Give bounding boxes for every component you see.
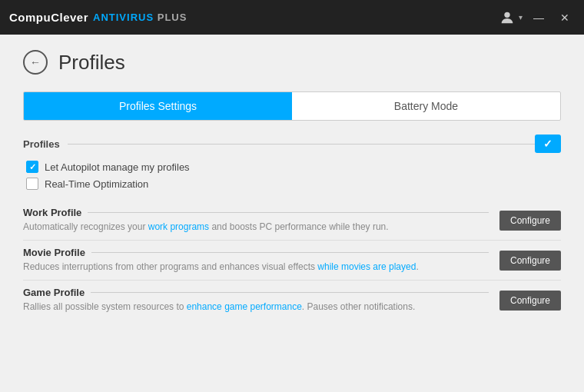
back-button[interactable]: ← [23, 50, 48, 75]
configure-button[interactable]: Configure [499, 291, 561, 311]
profile-name-row: Work Profile [23, 207, 489, 218]
minimize-button[interactable]: — [529, 8, 549, 28]
autopilot-row: Let Autopilot manage my profiles [23, 161, 561, 173]
profile-name-row: Game Profile [23, 287, 489, 298]
profile-info: Movie ProfileReduces interruptions from … [23, 247, 489, 274]
configure-button[interactable]: Configure [499, 251, 561, 271]
window-controls: ▾ — ✕ [499, 8, 575, 28]
profile-list: Work ProfileAutomatically recognizes you… [23, 201, 561, 320]
profile-divider [88, 212, 489, 213]
profile-divider [91, 252, 489, 253]
autopilot-label: Let Autopilot manage my profiles [45, 161, 190, 173]
profiles-section-header: Profiles [23, 135, 561, 153]
titlebar: CompuClever ANTIVIRUS PLUS ▾ — ✕ [0, 0, 584, 35]
logo-brand: CompuClever [9, 11, 88, 24]
profiles-title-row: Profiles [23, 138, 535, 150]
profile-row: Game ProfileRallies all possible system … [23, 281, 561, 320]
svg-point-0 [504, 12, 509, 17]
main-content: ← Profiles Profiles Settings Battery Mod… [0, 35, 584, 392]
profiles-section-label: Profiles [23, 138, 60, 150]
user-menu[interactable]: ▾ [499, 9, 523, 26]
autopilot-checkbox[interactable] [26, 161, 38, 173]
tab-bar: Profiles Settings Battery Mode [23, 91, 561, 121]
configure-button[interactable]: Configure [499, 211, 561, 231]
app-logo: CompuClever ANTIVIRUS PLUS [9, 11, 187, 24]
realtime-row: Real-Time Optimization [23, 178, 561, 190]
close-button[interactable]: ✕ [555, 8, 575, 28]
profile-divider [91, 292, 489, 293]
profile-name: Movie Profile [23, 247, 85, 258]
tab-profiles-settings[interactable]: Profiles Settings [24, 92, 292, 120]
profile-info: Work ProfileAutomatically recognizes you… [23, 207, 489, 234]
user-icon [499, 9, 516, 26]
user-dropdown-icon: ▾ [519, 13, 523, 22]
realtime-label: Real-Time Optimization [45, 178, 148, 190]
tab-battery-mode[interactable]: Battery Mode [292, 92, 560, 120]
profile-name: Work Profile [23, 207, 81, 218]
profile-description: Automatically recognizes your work progr… [23, 220, 469, 234]
realtime-checkbox[interactable] [26, 178, 38, 190]
profile-row: Movie ProfileReduces interruptions from … [23, 241, 561, 281]
profile-name-row: Movie Profile [23, 247, 489, 258]
profile-description: Rallies all possible system resources to… [23, 300, 469, 314]
profile-info: Game ProfileRallies all possible system … [23, 287, 489, 314]
logo-product: ANTIVIRUS PLUS [93, 12, 187, 23]
page-title: Profiles [58, 51, 125, 75]
profile-name: Game Profile [23, 287, 85, 298]
profile-row: Work ProfileAutomatically recognizes you… [23, 201, 561, 241]
profiles-section-divider [68, 144, 535, 145]
profile-description: Reduces interruptions from other program… [23, 260, 469, 274]
page-header: ← Profiles [23, 50, 561, 75]
profiles-toggle[interactable] [535, 135, 561, 153]
